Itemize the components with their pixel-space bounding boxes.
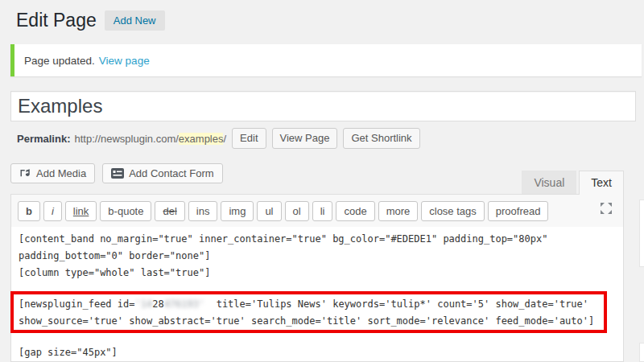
feed-shortcode-prefix: [newsplugin_feed id= <box>19 298 135 310</box>
view-page-link[interactable]: View page <box>99 55 150 67</box>
fullscreen-expand-icon[interactable] <box>600 202 613 218</box>
feed-shortcode-rest: title='Tulips News' keywords='tulip*' co… <box>204 298 588 310</box>
qt-link-button[interactable]: link <box>65 201 97 221</box>
editor-mode-tabs: Visual Text <box>522 171 624 195</box>
add-contact-form-button[interactable]: Add Contact Form <box>102 163 223 183</box>
page-header: Edit Page Add New <box>16 9 165 32</box>
permalink-slug: examples <box>179 133 224 145</box>
qt-li-button[interactable]: li <box>312 201 333 221</box>
notice-message: Page updated. <box>24 55 95 67</box>
add-media-icon <box>19 167 31 179</box>
get-shortlink-button[interactable]: Get Shortlink <box>343 128 419 149</box>
editor-textarea[interactable]: [content_band no_margin="true" inner_con… <box>11 227 623 361</box>
permalink-url-prefix: http://newsplugin.com/ <box>74 133 178 145</box>
permalink-label: Permalink: <box>17 133 70 145</box>
sidebar-sliver <box>639 200 644 267</box>
media-buttons-row: Add Media Add Contact Form <box>10 163 223 183</box>
qt-ins-button[interactable]: ins <box>188 201 218 221</box>
qt-ul-button[interactable]: ul <box>257 201 281 221</box>
qt-img-button[interactable]: img <box>221 201 254 221</box>
tab-text[interactable]: Text <box>579 171 624 195</box>
newsplugin-feed-line-1: [newsplugin_feed id='1428476193' title='… <box>19 296 617 313</box>
text-editor: b i link b-quote del ins img ul ol li co… <box>10 194 624 362</box>
add-media-label: Add Media <box>36 167 86 179</box>
page-updated-notice: Page updated. View page <box>10 44 642 76</box>
permalink-row: Permalink: http://newsplugin.com/example… <box>17 128 420 149</box>
add-new-button[interactable]: Add New <box>105 10 165 31</box>
blank-line <box>19 330 617 344</box>
contact-form-icon <box>111 168 124 179</box>
qt-italic-button[interactable]: i <box>43 201 62 221</box>
sidebar-sliver <box>639 343 644 362</box>
view-page-button[interactable]: View Page <box>272 128 338 149</box>
quicktags-toolbar: b i link b-quote del ins img ul ol li co… <box>11 195 623 227</box>
add-contact-form-label: Add Contact Form <box>129 167 214 179</box>
blank-line <box>19 282 617 296</box>
feed-id-visible: 28 <box>152 298 163 310</box>
qt-code-button[interactable]: code <box>336 201 374 221</box>
qt-ol-button[interactable]: ol <box>285 201 309 221</box>
qt-del-button[interactable]: del <box>155 201 184 221</box>
qt-blockquote-button[interactable]: b-quote <box>100 201 151 221</box>
page-title-input[interactable] <box>10 91 636 121</box>
code-line: [content_band no_margin="true" inner_con… <box>19 231 617 248</box>
code-line: padding_bottom="0" border="none"] <box>19 248 617 265</box>
redacted-feed-id-right: 476193' <box>164 298 205 310</box>
qt-more-button[interactable]: more <box>378 201 419 221</box>
add-media-button[interactable]: Add Media <box>10 163 95 183</box>
newsplugin-feed-line-2: show_source='true' show_abstract='true' … <box>19 313 617 330</box>
qt-bold-button[interactable]: b <box>18 201 40 221</box>
qt-proofread-button[interactable]: proofread <box>488 201 549 221</box>
code-line: [gap size="45px"] <box>19 344 617 361</box>
tab-visual[interactable]: Visual <box>522 171 576 194</box>
page-title: Edit Page <box>16 9 97 32</box>
permalink-url-suffix: / <box>223 133 226 145</box>
redacted-feed-id-left: '14 <box>135 298 153 310</box>
qt-close-tags-button[interactable]: close tags <box>421 201 485 221</box>
edit-permalink-button[interactable]: Edit <box>232 128 266 149</box>
code-line: [column type="whole" last="true"] <box>19 265 617 282</box>
